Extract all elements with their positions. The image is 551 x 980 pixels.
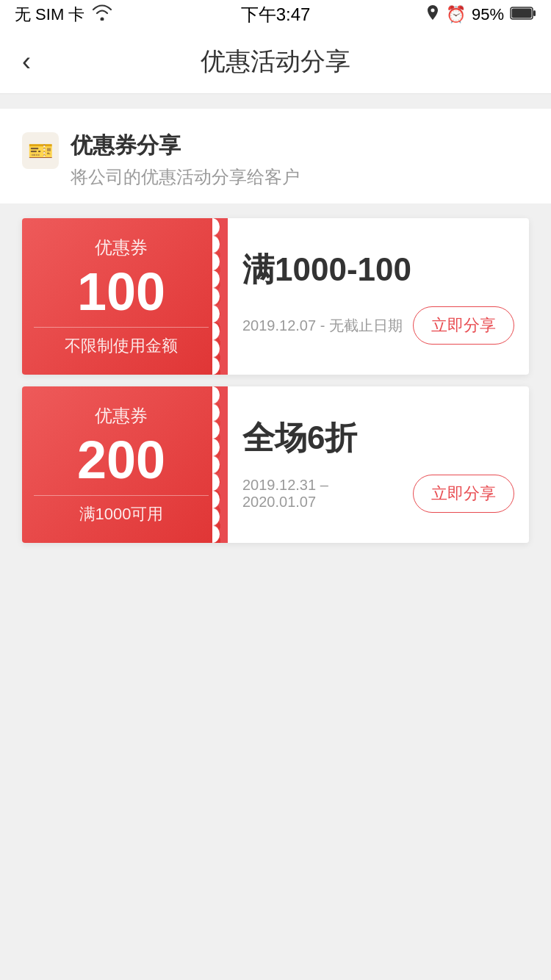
section-icon: 🎫 bbox=[22, 132, 59, 169]
coupon-divider-0 bbox=[34, 327, 209, 328]
coupon-amount-1: 200 bbox=[77, 433, 165, 486]
coupon-divider-1 bbox=[34, 495, 209, 496]
share-button-0[interactable]: 立即分享 bbox=[413, 306, 514, 345]
status-left: 无 SIM 卡 bbox=[15, 4, 112, 26]
svg-rect-4 bbox=[212, 218, 228, 375]
section-header: 🎫 优惠券分享 将公司的优惠活动分享给客户 bbox=[0, 109, 551, 203]
coupon-label-0: 优惠券 bbox=[95, 236, 148, 259]
coupon-list: 优惠券 100 不限制使用金额 满1000-100 2019.12.07 - 无… bbox=[0, 203, 551, 569]
location-icon bbox=[425, 4, 440, 25]
section-title: 优惠券分享 bbox=[71, 131, 300, 161]
coupon-title-0: 满1000-100 bbox=[242, 248, 514, 292]
status-bar: 无 SIM 卡 下午3:47 ⏰ 95% bbox=[0, 0, 551, 29]
coupon-red-0: 优惠券 100 不限制使用金额 bbox=[22, 218, 220, 375]
coupon-meta-1: 2019.12.31 – 2020.01.07 立即分享 bbox=[242, 475, 514, 513]
coupon-right-0: 满1000-100 2019.12.07 - 无截止日期 立即分享 bbox=[220, 218, 529, 375]
carrier-text: 无 SIM 卡 bbox=[15, 4, 84, 26]
coupon-card-0: 优惠券 100 不限制使用金额 满1000-100 2019.12.07 - 无… bbox=[22, 218, 529, 375]
section-text: 优惠券分享 将公司的优惠活动分享给客户 bbox=[71, 131, 300, 189]
svg-rect-1 bbox=[512, 9, 532, 18]
alarm-icon: ⏰ bbox=[446, 5, 466, 24]
coupon-condition-0: 不限制使用金额 bbox=[65, 335, 178, 357]
coupon-red-1: 优惠券 200 满1000可用 bbox=[22, 386, 220, 543]
coupon-card-1: 优惠券 200 满1000可用 全场6折 2019.12.31 – 2020.0… bbox=[22, 386, 529, 543]
coupon-right-1: 全场6折 2019.12.31 – 2020.01.07 立即分享 bbox=[220, 386, 529, 543]
share-button-1[interactable]: 立即分享 bbox=[413, 475, 514, 513]
coupon-condition-1: 满1000可用 bbox=[79, 503, 164, 525]
nav-bar: ‹ 优惠活动分享 bbox=[0, 29, 551, 94]
status-time: 下午3:47 bbox=[241, 3, 311, 26]
status-right: ⏰ 95% bbox=[425, 4, 536, 25]
coupon-meta-0: 2019.12.07 - 无截止日期 立即分享 bbox=[242, 306, 514, 345]
coupon-date-0: 2019.12.07 - 无截止日期 bbox=[242, 316, 406, 336]
wifi-icon bbox=[92, 4, 112, 25]
svg-rect-2 bbox=[533, 10, 536, 16]
coupon-title-1: 全场6折 bbox=[242, 417, 514, 460]
section-subtitle: 将公司的优惠活动分享给客户 bbox=[71, 165, 300, 189]
svg-rect-6 bbox=[212, 386, 228, 543]
coupon-label-1: 优惠券 bbox=[95, 404, 148, 428]
coupon-date-1: 2019.12.31 – 2020.01.07 bbox=[242, 477, 406, 511]
nav-title: 优惠活动分享 bbox=[201, 45, 350, 79]
back-button[interactable]: ‹ bbox=[22, 48, 31, 75]
coupon-amount-0: 100 bbox=[77, 265, 165, 318]
battery-text: 95% bbox=[472, 5, 504, 24]
battery-icon bbox=[510, 5, 536, 24]
